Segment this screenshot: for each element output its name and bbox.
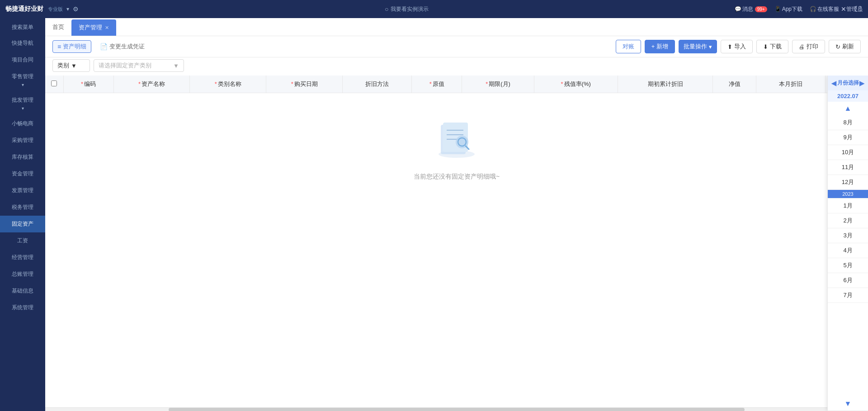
window-close-btn[interactable]: ✕ <box>837 3 850 15</box>
sidebar-item-retail[interactable]: 零售管理 ▾ <box>0 68 45 92</box>
app-edition: 专业版 <box>48 6 63 13</box>
sub-tab-asset-detail[interactable]: ≡ 资产明细 <box>52 40 91 53</box>
chevron-down-icon: ▼ <box>173 62 179 69</box>
chevron-down-icon: ▼ <box>71 62 77 69</box>
reconcile-button[interactable]: 对账 <box>616 40 641 53</box>
chevron-down-icon: ▾ <box>22 106 24 111</box>
month-item-7[interactable]: 7月 <box>828 288 868 303</box>
sidebar-item-invoice[interactable]: 发票管理 <box>0 182 45 199</box>
empty-text: 当前您还没有固定资产明细哦~ <box>414 173 500 181</box>
sidebar-item-operations[interactable]: 经营管理 <box>0 249 45 266</box>
col-purchase-date: *购买日期 <box>266 76 343 93</box>
quick-nav-label: 快捷导航 <box>12 39 33 47</box>
message-btn[interactable]: 💬 消息 99+ <box>735 5 767 13</box>
col-category: *类别名称 <box>190 76 266 93</box>
download-icon: ⬇ <box>763 43 768 50</box>
select-all-checkbox[interactable] <box>45 76 63 93</box>
batch-button[interactable]: 批量操作 ▾ <box>679 40 717 53</box>
print-icon: 🖨 <box>799 43 805 50</box>
month-item-3[interactable]: 3月 <box>828 228 868 243</box>
sidebar-search[interactable]: 搜索菜单 <box>0 20 45 35</box>
chevron-down-icon: ▾ <box>22 82 24 87</box>
tab-asset-management[interactable]: 资产管理 ✕ <box>71 19 116 36</box>
month-item-4[interactable]: 4月 <box>828 243 868 258</box>
chevron-down-icon: ▾ <box>709 43 712 50</box>
col-term: *期限(月) <box>462 76 534 93</box>
month-list: 8月 9月 10月 11月 12月 2023 1月 2月 3月 4月 5月 6月… <box>828 115 868 397</box>
headset-icon: 🎧 <box>810 6 816 12</box>
settings-icon[interactable]: ⚙ <box>73 5 79 13</box>
mobile-icon: 📱 <box>774 6 781 12</box>
sidebar-item-tax[interactable]: 税务管理 <box>0 199 45 216</box>
category-input[interactable]: 请选择固定资产类别 ▼ <box>94 59 184 72</box>
horizontal-scrollbar[interactable] <box>45 407 868 411</box>
current-year-label: 2022.07 <box>828 90 868 102</box>
month-item-5[interactable]: 5月 <box>828 258 868 273</box>
import-icon: ⬆ <box>727 43 732 50</box>
month-down-arrow[interactable]: ▼ <box>828 397 868 411</box>
month-up-arrow[interactable]: ▲ <box>828 102 868 115</box>
add-button[interactable]: + 新增 <box>645 40 675 53</box>
sidebar-item-inventory[interactable]: 库存核算 <box>0 149 45 165</box>
download-button[interactable]: ⬇ 下载 <box>756 40 788 53</box>
month-picker-title: 月份选择 <box>837 79 859 87</box>
current-year-badge: 2023 <box>828 190 868 198</box>
month-picker-toggle-left[interactable]: ◀ <box>831 80 836 87</box>
tab-home[interactable]: 首页 <box>45 19 71 36</box>
col-original-value: *原值 <box>412 76 462 93</box>
app-logo: 畅捷通好业财 <box>5 5 43 13</box>
col-depreciation-method: 折旧方法 <box>343 76 412 93</box>
sidebar-item-project[interactable]: 项目合同 <box>0 52 45 68</box>
month-item-6[interactable]: 6月 <box>828 273 868 288</box>
category-filter[interactable]: 类别 ▼ <box>52 59 90 72</box>
sidebar-item-system[interactable]: 系统管理 <box>0 299 45 316</box>
print-button[interactable]: 🖨 打印 <box>792 40 825 53</box>
month-item-2[interactable]: 2月 <box>828 213 868 228</box>
sub-tab-change-voucher[interactable]: 📄 变更生成凭证 <box>95 40 150 53</box>
col-name: *资产名称 <box>113 76 190 93</box>
sidebar-item-basics[interactable]: 基础信息 <box>0 283 45 299</box>
empty-state: 当前您还没有固定资产明细哦~ <box>45 93 868 199</box>
message-icon: 💬 <box>735 6 741 12</box>
refresh-button[interactable]: ↻ 刷新 <box>829 40 861 53</box>
sidebar-item-salary[interactable]: 工资 <box>0 232 45 249</box>
tab-close-icon[interactable]: ✕ <box>105 25 109 31</box>
month-item-8[interactable]: 8月 <box>828 115 868 130</box>
month-picker-panel: ◀ 月份选择 ▶ 2022.07 ▲ 8月 9月 10月 11月 12月 202… <box>827 76 868 411</box>
refresh-icon: ↻ <box>835 43 840 50</box>
window-maximize-btn[interactable]: ⛶ <box>852 3 864 15</box>
col-initial-depreciation: 期初累计折旧 <box>618 76 713 93</box>
col-monthly-depreciation: 本月折旧 <box>756 76 825 93</box>
import-button[interactable]: ⬆ 导入 <box>721 40 753 53</box>
month-item-12[interactable]: 12月 <box>828 175 868 190</box>
demo-icon: ○ <box>385 5 388 13</box>
demo-link[interactable]: ○ 我要看实例演示 <box>385 5 428 13</box>
month-item-9[interactable]: 9月 <box>828 130 868 145</box>
doc-icon: 📄 <box>100 43 108 50</box>
month-item-10[interactable]: 10月 <box>828 145 868 160</box>
col-net-value: 净值 <box>713 76 756 93</box>
list-icon: ≡ <box>57 43 61 50</box>
sidebar-item-ecommerce[interactable]: 小畅电商 <box>0 115 45 132</box>
online-service-btn[interactable]: 🎧 在线客服 <box>810 5 839 13</box>
message-badge: 99+ <box>755 6 767 12</box>
app-download-btn[interactable]: 📱 App下载 <box>774 5 802 13</box>
col-code: *编码 <box>63 76 113 93</box>
sidebar-item-finance[interactable]: 资金管理 <box>0 165 45 182</box>
sidebar-item-ledger[interactable]: 总账管理 <box>0 266 45 283</box>
col-residual-rate: *残值率(%) <box>534 76 618 93</box>
chevron-down-icon[interactable]: ▾ <box>66 6 69 12</box>
month-item-1[interactable]: 1月 <box>828 198 868 213</box>
month-picker-toggle-right[interactable]: ▶ <box>859 80 864 87</box>
month-item-11[interactable]: 11月 <box>828 160 868 175</box>
sidebar-item-fixed-assets[interactable]: 固定资产 <box>0 216 45 232</box>
sidebar-item-wholesale[interactable]: 批发管理 ▾ <box>0 92 45 115</box>
sidebar-item-quick-nav[interactable]: 快捷导航 <box>0 35 45 52</box>
sidebar-item-purchase[interactable]: 采购管理 <box>0 132 45 149</box>
